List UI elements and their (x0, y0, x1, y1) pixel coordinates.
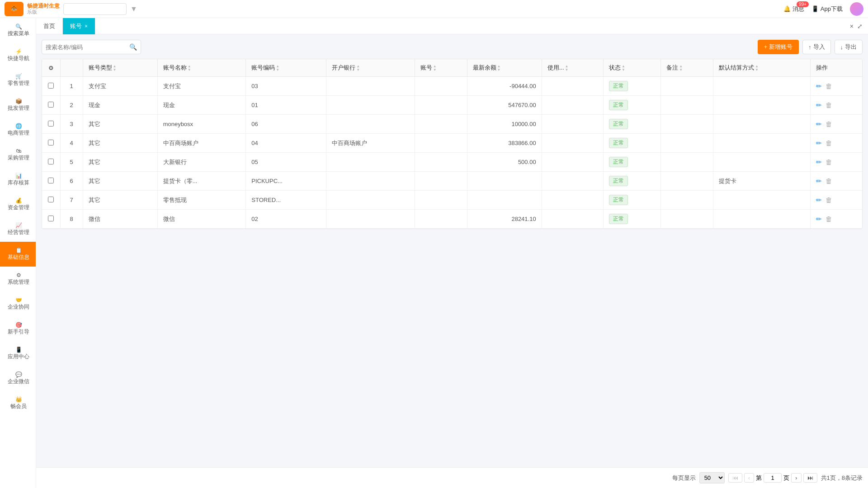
cell-balance: 10000.00 (467, 115, 542, 134)
cell-bank (326, 210, 415, 229)
col-header-remark[interactable]: 备注▲▼ (661, 59, 713, 77)
cell-checkbox[interactable] (42, 153, 60, 172)
account-tab-label: 账号 (70, 22, 82, 30)
sidebar-app-center-label: 应用中心 (4, 353, 33, 361)
row-checkbox[interactable] (48, 197, 54, 202)
tab-close-icon[interactable]: × (85, 23, 88, 29)
sidebar-item-system[interactable]: ⚙ 系统管理 (0, 267, 36, 291)
sidebar-item-membership[interactable]: 👑 畅会员 (0, 391, 36, 416)
delete-button[interactable]: 🗑 (826, 82, 832, 90)
cell-usage (542, 77, 603, 96)
right-buttons: + 新增账号 ↑ 导入 ↓ 导出 (758, 40, 863, 54)
sidebar-item-inventory[interactable]: 📊 库存核算 (0, 167, 36, 192)
export-button[interactable]: ↓ 导出 (835, 40, 863, 54)
row-checkbox[interactable] (48, 159, 54, 164)
sidebar-item-retail[interactable]: 🛒 零售管理 (0, 68, 36, 93)
guide-icon: 🎯 (4, 322, 33, 328)
row-checkbox[interactable] (48, 178, 54, 183)
delete-button[interactable]: 🗑 (826, 215, 832, 223)
sidebar-retail-label: 零售管理 (4, 80, 33, 87)
delete-button[interactable]: 🗑 (826, 139, 832, 147)
row-checkbox[interactable] (48, 216, 54, 221)
dropdown-icon[interactable]: ▼ (130, 5, 137, 13)
cell-index: 2 (60, 96, 83, 115)
col-header-code[interactable]: 账号编码▲▼ (246, 59, 326, 77)
sidebar-item-wholesale[interactable]: 📦 批发管理 (0, 93, 36, 117)
sidebar-item-guide[interactable]: 🎯 新手引导 (0, 316, 36, 341)
cell-checkbox[interactable] (42, 191, 60, 210)
cell-balance: 28241.10 (467, 210, 542, 229)
col-header-default-settlement[interactable]: 默认结算方式▲▼ (713, 59, 811, 77)
sidebar-item-finance[interactable]: 💰 资金管理 (0, 192, 36, 217)
delete-button[interactable]: 🗑 (826, 177, 832, 185)
col-header-balance[interactable]: 最新余额▲▼ (467, 59, 542, 77)
sidebar-item-operations[interactable]: 📈 经营管理 (0, 217, 36, 242)
cell-checkbox[interactable] (42, 172, 60, 191)
cell-remark (661, 153, 713, 172)
prev-page-button[interactable]: ‹ (744, 473, 754, 483)
sidebar-item-basic-info[interactable]: 📋 基础信息 (0, 242, 36, 267)
col-header-status[interactable]: 状态▲▼ (603, 59, 660, 77)
pagination-bar: 每页显示 50 100 ⏮ ‹ 第 页 › ⏭ 共1页，8条记录 (36, 467, 868, 488)
edit-button[interactable]: ✏ (816, 158, 822, 166)
row-checkbox[interactable] (48, 102, 54, 108)
cell-index: 6 (60, 172, 83, 191)
col-header-usage[interactable]: 使用...▲▼ (542, 59, 603, 77)
next-page-button[interactable]: › (791, 473, 801, 483)
delete-button[interactable]: 🗑 (826, 158, 832, 166)
cell-account (415, 96, 467, 115)
top-search-input[interactable] (63, 3, 127, 15)
close-window-icon[interactable]: × (850, 23, 854, 30)
sidebar-item-ecommerce[interactable]: 🌐 电商管理 (0, 117, 36, 142)
col-header-bank[interactable]: 开户银行▲▼ (326, 59, 415, 77)
edit-button[interactable]: ✏ (816, 101, 822, 109)
cell-default-settlement: 提货卡 (713, 172, 811, 191)
edit-button[interactable]: ✏ (816, 120, 822, 128)
delete-button[interactable]: 🗑 (826, 120, 832, 128)
last-page-button[interactable]: ⏭ (803, 473, 817, 483)
delete-button[interactable]: 🗑 (826, 196, 832, 204)
sidebar-item-enterprise[interactable]: 🤝 企业协同 (0, 291, 36, 316)
sidebar-item-quick-nav[interactable]: ⚡ 快捷导航 (0, 43, 36, 68)
cell-checkbox[interactable] (42, 210, 60, 229)
app-download-button[interactable]: 📱 App下载 (811, 5, 843, 13)
settings-icon[interactable]: ⚙ (48, 65, 54, 71)
col-header-name[interactable]: 账号名称▲▼ (157, 59, 246, 77)
per-page-select[interactable]: 50 100 (699, 472, 725, 483)
sidebar-item-app-center[interactable]: 📱 应用中心 (0, 341, 36, 366)
cell-checkbox[interactable] (42, 96, 60, 115)
cell-checkbox[interactable] (42, 77, 60, 96)
row-checkbox[interactable] (48, 83, 54, 89)
col-header-account[interactable]: 账号▲▼ (415, 59, 467, 77)
edit-button[interactable]: ✏ (816, 215, 822, 223)
cell-type: 微信 (83, 210, 157, 229)
tab-account[interactable]: 账号 × (63, 18, 95, 34)
edit-button[interactable]: ✏ (816, 139, 822, 147)
delete-button[interactable]: 🗑 (826, 101, 832, 109)
cell-name: 中百商场账户 (157, 134, 246, 153)
edit-button[interactable]: ✏ (816, 82, 822, 90)
search-input[interactable] (46, 44, 129, 51)
edit-button[interactable]: ✏ (816, 196, 822, 204)
col-header-type[interactable]: 账号类型▲▼ (83, 59, 157, 77)
home-tab-label: 首页 (43, 22, 55, 30)
cell-checkbox[interactable] (42, 134, 60, 153)
sidebar-item-wechat[interactable]: 💬 企业微信 (0, 366, 36, 391)
col-header-settings[interactable]: ⚙ (42, 59, 60, 77)
edit-button[interactable]: ✏ (816, 177, 822, 185)
search-icon[interactable]: 🔍 (129, 43, 137, 51)
row-checkbox[interactable] (48, 121, 54, 127)
page-number-input[interactable] (764, 473, 782, 483)
first-page-button[interactable]: ⏮ (728, 473, 742, 483)
message-button[interactable]: 🔔 消息 99+ (783, 5, 804, 13)
row-checkbox[interactable] (48, 140, 54, 145)
maximize-icon[interactable]: ⤢ (857, 23, 863, 30)
avatar[interactable] (850, 2, 863, 16)
sidebar-item-search[interactable]: 🔍 搜索菜单 (0, 18, 36, 43)
sidebar-item-purchase[interactable]: 🛍 采购管理 (0, 142, 36, 167)
cell-checkbox[interactable] (42, 115, 60, 134)
tab-home[interactable]: 首页 (36, 18, 63, 34)
cell-usage (542, 115, 603, 134)
add-account-button[interactable]: + 新增账号 (758, 40, 799, 54)
import-button[interactable]: ↑ 导入 (802, 40, 831, 54)
